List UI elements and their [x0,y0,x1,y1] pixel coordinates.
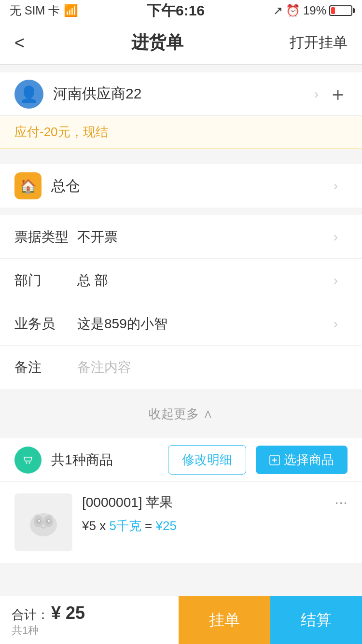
status-time: 下午6:16 [147,1,205,21]
sales-value: 这是859的小智 [77,315,334,333]
total-count: 共1种 [12,623,167,638]
notice-text: 应付-20元，现结 [14,125,108,139]
page-title: 进货单 [131,31,183,55]
chevron-right-icon: › [334,229,338,245]
svg-point-2 [29,462,30,463]
carrier-label: 无 SIM 卡 [10,3,60,18]
product-price: ¥5 x 5千克 = ¥25 [82,518,330,534]
checkout-button[interactable]: 结算 [270,596,362,644]
chevron-right-icon: › [334,178,338,194]
open-hang-button[interactable]: 打开挂单 [290,33,348,53]
remark-label: 备注 [14,358,77,377]
product-name: [0000001] 苹果 [82,493,330,512]
alarm-icon: ⏰ [286,4,300,17]
total-label: 合计： [12,606,49,623]
svg-point-6 [30,513,57,536]
collapse-label: 收起更多 ∧ [149,406,213,422]
cart-icon [20,452,36,468]
product-item: [0000001] 苹果 ¥5 x 5千克 = ¥25 ··· [0,482,362,563]
nav-bar: < 进货单 打开挂单 [0,21,362,65]
collapse-bar[interactable]: 收起更多 ∧ [0,397,362,431]
remark-row[interactable]: 备注 备注内容 [0,346,362,389]
sales-row[interactable]: 业务员 这是859的小智 › [0,302,362,346]
svg-point-11 [38,520,40,522]
more-options-button[interactable]: ··· [334,493,348,511]
person-icon: 👤 [19,85,39,103]
product-code: [0000001] [82,495,146,510]
chevron-right-icon: › [334,316,338,332]
edit-detail-button[interactable]: 修改明细 [168,445,246,475]
supplier-row[interactable]: 👤 河南供应商22 › ＋ [0,72,362,116]
remark-placeholder[interactable]: 备注内容 [77,358,348,377]
supplier-avatar: 👤 [14,80,43,109]
battery-icon [329,5,352,16]
dept-label: 部门 [14,271,77,290]
battery-label: 19% [303,4,326,17]
select-product-icon [269,455,280,465]
product-count-label: 共1种商品 [51,451,158,469]
product-info: [0000001] 苹果 ¥5 x 5千克 = ¥25 [82,493,330,534]
status-right: ↗ ⏰ 19% [273,4,352,17]
svg-point-1 [26,462,28,463]
equals-label: = [145,518,155,533]
section-divider [0,149,362,156]
product-count-icon [14,447,42,474]
wifi-icon: 📶 [64,4,78,17]
warehouse-icon-wrap: 🏠 [14,172,42,199]
products-section: 共1种商品 修改明细 选择商品 [0,438,362,563]
hang-button[interactable]: 挂单 [179,596,270,644]
invoice-label: 票据类型 [14,228,77,246]
chevron-right-icon: › [314,86,319,102]
select-product-label: 选择商品 [284,451,334,468]
form-section: 票据类型 不开票 › 部门 总 部 › 业务员 这是859的小智 › 备注 备注… [0,215,362,389]
products-header: 共1种商品 修改明细 选择商品 [0,438,362,482]
product-image [24,503,63,542]
dept-row[interactable]: 部门 总 部 › [0,259,362,302]
product-title: 苹果 [146,495,173,510]
location-icon: ↗ [273,4,283,17]
status-left: 无 SIM 卡 📶 [10,3,78,18]
svg-point-12 [48,520,50,522]
svg-rect-0 [20,452,36,468]
warehouse-section: 🏠 总仓 › [0,164,362,208]
warehouse-icon: 🏠 [20,178,37,194]
select-product-button[interactable]: 选择商品 [256,446,348,474]
invoice-row[interactable]: 票据类型 不开票 › [0,215,362,259]
supplier-section: 👤 河南供应商22 › ＋ 应付-20元，现结 [0,72,362,149]
status-bar: 无 SIM 卡 📶 下午6:16 ↗ ⏰ 19% [0,0,362,21]
product-thumbnail [14,493,72,551]
sales-label: 业务员 [14,315,77,333]
invoice-value: 不开票 [77,228,334,246]
back-button[interactable]: < [14,33,25,53]
quantity-value: 5千克 [109,518,141,533]
notice-bar: 应付-20元，现结 [0,116,362,149]
supplier-name: 河南供应商22 [53,84,314,104]
price-label: ¥5 x [82,518,109,533]
dept-value: 总 部 [77,271,334,290]
warehouse-row[interactable]: 🏠 总仓 › [0,164,362,208]
total-section: 合计： ¥ 25 共1种 [0,596,179,644]
total-value: ¥25 [156,518,177,533]
total-amount: ¥ 25 [51,603,85,623]
bottom-bar: 合计： ¥ 25 共1种 挂单 结算 [0,596,362,644]
add-button[interactable]: ＋ [328,81,348,107]
chevron-right-icon: › [334,273,338,288]
warehouse-name: 总仓 [51,176,334,196]
